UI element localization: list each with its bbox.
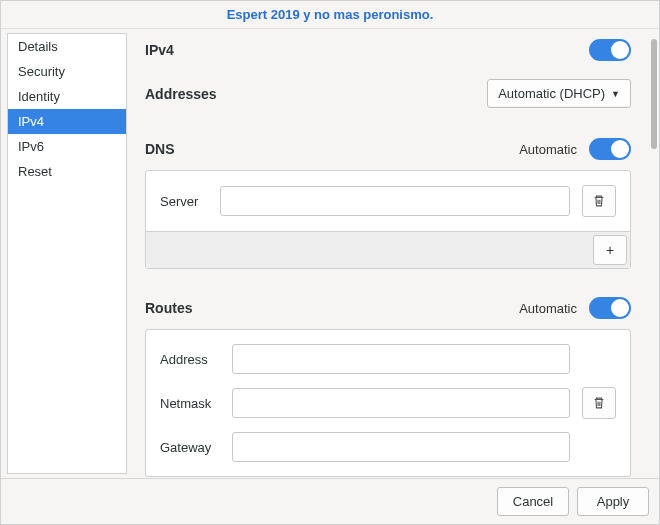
route-delete-button[interactable] — [582, 387, 616, 419]
sidebar-item-label: Details — [18, 39, 58, 54]
route-netmask-input[interactable] — [232, 388, 570, 418]
route-address-label: Address — [160, 352, 222, 367]
routes-row: Routes Automatic — [145, 297, 631, 319]
dns-delete-button[interactable] — [582, 185, 616, 217]
sidebar-item-identity[interactable]: Identity — [8, 84, 126, 109]
ipv4-enable-row: IPv4 — [145, 39, 631, 61]
routes-panel: Address Netmask Gateway — [145, 329, 631, 477]
addresses-mode-label: Automatic (DHCP) — [498, 86, 605, 101]
sidebar-item-label: IPv6 — [18, 139, 44, 154]
chevron-down-icon: ▼ — [611, 89, 620, 99]
dns-row: DNS Automatic — [145, 138, 631, 160]
sidebar-item-label: Security — [18, 64, 65, 79]
route-netmask-label: Netmask — [160, 396, 222, 411]
route-address-input[interactable] — [232, 344, 570, 374]
sidebar-item-reset[interactable]: Reset — [8, 159, 126, 184]
routes-auto-label: Automatic — [519, 301, 577, 316]
trash-icon — [592, 396, 606, 410]
sidebar-item-ipv4[interactable]: IPv4 — [8, 109, 126, 134]
sidebar: Details Security Identity IPv4 IPv6 Rese… — [7, 33, 127, 474]
sidebar-item-ipv6[interactable]: IPv6 — [8, 134, 126, 159]
dns-server-label: Server — [160, 194, 208, 209]
window-title: Espert 2019 y no mas peronismo. — [1, 1, 659, 28]
content-pane: IPv4 Addresses Automatic (DHCP) ▼ DNS Au… — [127, 29, 649, 478]
settings-dialog: Espert 2019 y no mas peronismo. Details … — [0, 0, 660, 525]
dns-auto-label: Automatic — [519, 142, 577, 157]
dns-panel: Server + — [145, 170, 631, 269]
addresses-heading: Addresses — [145, 86, 217, 102]
routes-auto-toggle[interactable] — [589, 297, 631, 319]
dns-server-input[interactable] — [220, 186, 570, 216]
scrollbar[interactable] — [651, 39, 657, 149]
dialog-footer: Cancel Apply — [1, 478, 659, 524]
sidebar-item-label: Reset — [18, 164, 52, 179]
cancel-button[interactable]: Cancel — [497, 487, 569, 516]
sidebar-item-security[interactable]: Security — [8, 59, 126, 84]
sidebar-item-label: IPv4 — [18, 114, 44, 129]
apply-button[interactable]: Apply — [577, 487, 649, 516]
dialog-body: Details Security Identity IPv4 IPv6 Rese… — [1, 28, 659, 478]
dns-add-button[interactable]: + — [593, 235, 627, 265]
route-gateway-input[interactable] — [232, 432, 570, 462]
route-gateway-label: Gateway — [160, 440, 222, 455]
ipv4-toggle[interactable] — [589, 39, 631, 61]
routes-heading: Routes — [145, 300, 192, 316]
dns-auto-toggle[interactable] — [589, 138, 631, 160]
addresses-mode-combo[interactable]: Automatic (DHCP) ▼ — [487, 79, 631, 108]
trash-icon — [592, 194, 606, 208]
ipv4-heading: IPv4 — [145, 42, 174, 58]
dns-heading: DNS — [145, 141, 175, 157]
sidebar-item-label: Identity — [18, 89, 60, 104]
addresses-row: Addresses Automatic (DHCP) ▼ — [145, 79, 631, 108]
content-wrap: IPv4 Addresses Automatic (DHCP) ▼ DNS Au… — [127, 29, 659, 478]
plus-icon: + — [606, 242, 614, 258]
sidebar-item-details[interactable]: Details — [8, 34, 126, 59]
dns-add-row: + — [146, 231, 630, 268]
